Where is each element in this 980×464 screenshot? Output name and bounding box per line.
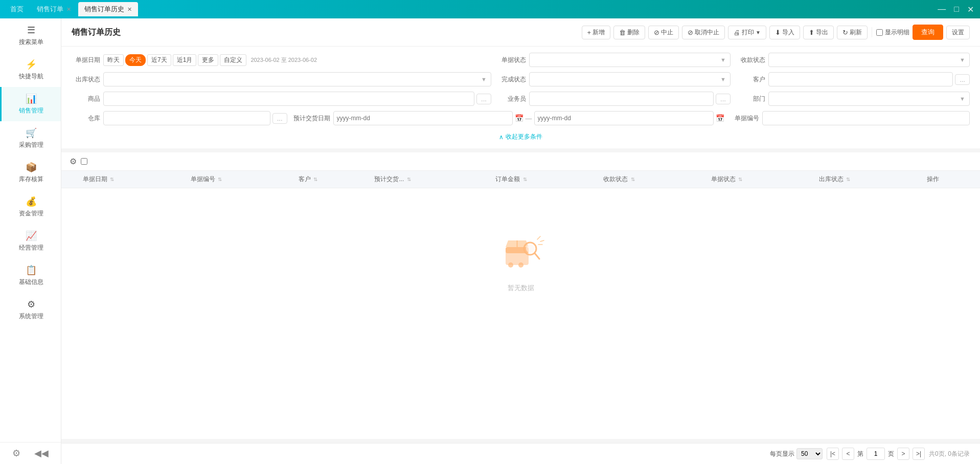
collapse-bar[interactable]: ∧ 收起更多条件 — [72, 130, 970, 142]
date-1month-btn[interactable]: 近1月 — [173, 54, 197, 66]
tab-sales-order-history[interactable]: 销售订单历史 ✕ — [78, 2, 138, 16]
new-icon: + — [587, 29, 591, 36]
top-bar: 首页 销售订单 ✕ 销售订单历史 ✕ — □ ✕ — [0, 0, 980, 18]
sidebar-collapse-icon[interactable]: ◀◀ — [34, 448, 49, 459]
sidebar-settings-icon[interactable]: ⚙ — [12, 448, 20, 459]
date-today-btn[interactable]: 今天 — [125, 54, 146, 66]
th-checkbox — [61, 171, 78, 188]
th-payment[interactable]: 收款状态 ⇅ — [598, 171, 706, 188]
order-no-input[interactable] — [762, 111, 970, 125]
customer-picker-button[interactable]: ... — [955, 74, 970, 85]
close-window-button[interactable]: ✕ — [965, 4, 976, 15]
expected-delivery-end-calendar-icon[interactable]: 📅 — [716, 114, 724, 122]
date-custom-btn[interactable]: 自定义 — [220, 54, 246, 66]
th-customer[interactable]: 客户 ⇅ — [293, 171, 370, 188]
minimize-button[interactable]: — — [936, 4, 948, 15]
date-more-btn[interactable]: 更多 — [198, 54, 218, 66]
page-number-input[interactable] — [867, 448, 885, 460]
sidebar-item-system-mgmt[interactable]: ⚙ 系统管理 — [0, 293, 61, 327]
date-yesterday-btn[interactable]: 昨天 — [103, 54, 124, 66]
sidebar-item-inventory[interactable]: 📦 库存核算 — [0, 156, 61, 190]
page-first-button[interactable]: |< — [827, 448, 839, 460]
show-detail-checkbox[interactable] — [876, 29, 883, 36]
filter-date-range: 单据日期 昨天 今天 近7天 近1月 更多 自定义 2023-06-02 至 2… — [72, 54, 491, 66]
system-mgmt-icon: ⚙ — [27, 299, 35, 310]
print-button[interactable]: 🖨 打印 ▼ — [728, 26, 766, 39]
th-delivery[interactable]: 预计交货... ⇅ — [369, 171, 490, 188]
basic-info-icon: 📋 — [26, 264, 37, 276]
th-date-sort-icon: ⇅ — [110, 176, 114, 182]
sidebar-item-quick-nav-label: 快捷导航 — [19, 72, 43, 81]
customer-input[interactable] — [768, 72, 953, 86]
tab-sales-order-close[interactable]: ✕ — [66, 6, 71, 13]
filter-product: 商品 ... — [72, 92, 491, 106]
page-prev-button[interactable]: < — [842, 448, 854, 460]
stop-label: 中止 — [661, 28, 673, 37]
sidebar-item-operations-label: 经营管理 — [19, 244, 43, 252]
tab-home[interactable]: 首页 — [4, 2, 30, 16]
svg-point-10 — [518, 262, 523, 268]
th-payment-label: 收款状态 — [603, 175, 628, 183]
show-detail-checkbox-label[interactable]: 显示明细 — [876, 28, 909, 37]
th-outbound[interactable]: 出库状态 ⇅ — [814, 171, 922, 188]
payment-status-select[interactable]: ▼ — [768, 53, 970, 67]
select-all-checkbox[interactable] — [81, 158, 87, 165]
total-info: 共0页, 0条记录 — [929, 450, 970, 458]
warehouse-input[interactable] — [103, 111, 270, 125]
new-button[interactable]: + 新增 — [582, 26, 611, 39]
sidebar-item-operations[interactable]: 📈 经营管理 — [0, 224, 61, 258]
page-last-button[interactable]: >| — [913, 448, 925, 460]
outbound-status-select[interactable]: ▼ — [103, 72, 491, 86]
export-icon: ⬆ — [809, 29, 814, 36]
refresh-button[interactable]: ↻ 刷新 — [837, 26, 868, 39]
cancel-stop-button[interactable]: ⊘ 取消中止 — [682, 26, 725, 39]
filter-completion-status: 完成状态 ▼ — [497, 72, 731, 86]
sidebar-item-capital-mgmt[interactable]: 💰 资金管理 — [0, 190, 61, 224]
tab-home-label: 首页 — [10, 5, 24, 14]
filter-salesperson: 业务员 ... — [497, 92, 731, 106]
product-picker-button[interactable]: ... — [476, 94, 491, 104]
expected-delivery-start-input[interactable] — [333, 111, 513, 125]
export-button[interactable]: ⬆ 导出 — [803, 26, 834, 39]
warehouse-picker-button[interactable]: ... — [272, 113, 287, 124]
import-button[interactable]: ⬇ 导入 — [769, 26, 800, 39]
sidebar-bottom: ⚙ ◀◀ — [0, 442, 61, 464]
tab-sales-order-history-close[interactable]: ✕ — [127, 6, 132, 13]
expected-delivery-end-input[interactable] — [534, 111, 714, 125]
th-no[interactable]: 单据编号 ⇅ — [186, 171, 293, 188]
sidebar-item-sales-mgmt[interactable]: 📊 销售管理 — [0, 87, 61, 121]
salesperson-control: ... — [529, 92, 731, 106]
completion-status-select[interactable]: ▼ — [529, 72, 731, 86]
sidebar-item-search-menu[interactable]: ☰ 搜索菜单 — [0, 18, 61, 53]
th-amount[interactable]: 订单金额 ⇅ — [490, 171, 598, 188]
svg-line-7 — [540, 240, 544, 241]
department-select[interactable]: ▼ — [768, 92, 970, 106]
settings-button[interactable]: 设置 — [946, 26, 970, 39]
refresh-icon: ↻ — [842, 29, 848, 36]
sidebar-item-purchase-mgmt[interactable]: 🛒 采购管理 — [0, 121, 61, 156]
order-status-label: 单据状态 — [497, 56, 526, 64]
table-settings-icon[interactable]: ⚙ — [70, 157, 77, 166]
expected-delivery-label: 预计交货日期 — [293, 114, 330, 123]
page-size-select[interactable]: 10 20 50 100 — [796, 448, 823, 459]
sidebar-item-basic-info[interactable]: 📋 基础信息 — [0, 258, 61, 293]
salesperson-picker-button[interactable]: ... — [716, 94, 731, 104]
th-order-status[interactable]: 单据状态 ⇅ — [706, 171, 814, 188]
tab-sales-order-history-label: 销售订单历史 — [84, 5, 124, 14]
maximize-button[interactable]: □ — [952, 4, 961, 15]
page-size-label: 每页显示 — [770, 450, 794, 458]
th-date[interactable]: 单据日期 ⇅ — [78, 171, 186, 188]
expected-delivery-start-calendar-icon[interactable]: 📅 — [515, 114, 523, 122]
delete-button[interactable]: 🗑 删除 — [613, 26, 645, 39]
salesperson-input[interactable] — [529, 92, 714, 106]
product-input[interactable] — [103, 92, 474, 106]
page-next-button[interactable]: > — [897, 448, 909, 460]
order-status-select[interactable]: ▼ — [529, 53, 731, 67]
query-button[interactable]: 查询 — [913, 25, 943, 40]
date-7days-btn[interactable]: 近7天 — [147, 54, 171, 66]
sidebar-item-quick-nav[interactable]: ⚡ 快捷导航 — [0, 53, 61, 87]
tab-sales-order[interactable]: 销售订单 ✕ — [31, 2, 77, 16]
stop-button[interactable]: ⊘ 中止 — [648, 26, 679, 39]
table-toolbar: ⚙ — [61, 152, 980, 171]
customer-label: 客户 — [737, 75, 765, 84]
